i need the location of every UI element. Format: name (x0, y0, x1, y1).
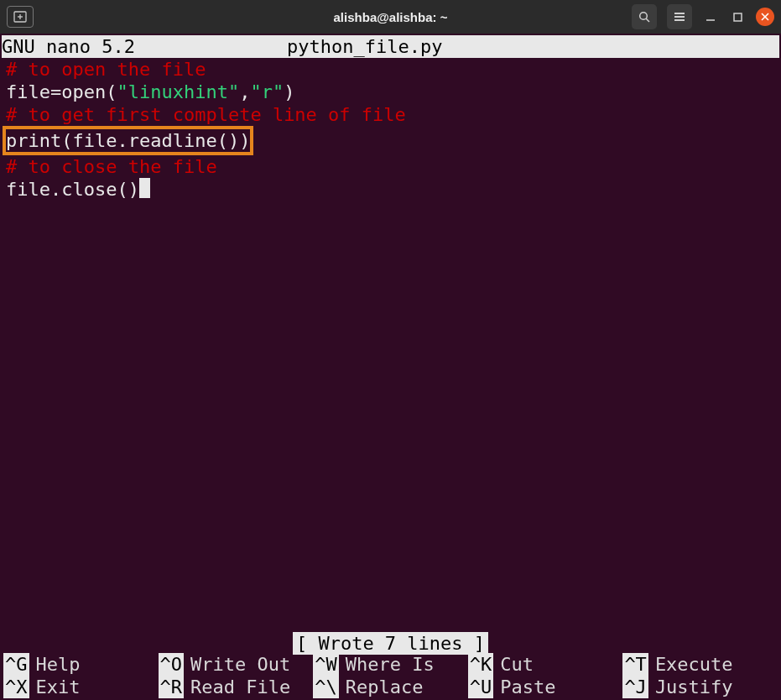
nano-header-bar: GNU nano 5.2 python_file.py (2, 35, 779, 58)
code-line-2: file=open("linuxhint","r") (6, 81, 775, 103)
shortcut-readfile[interactable]: ^RRead File (159, 676, 314, 698)
shortcut-whereis[interactable]: ^WWhere Is (313, 653, 468, 676)
svg-rect-6 (734, 13, 742, 21)
maximize-icon (733, 13, 742, 22)
highlight-frame: print(file.readline()) (3, 126, 253, 155)
highlighted-line: print(file.readline()) (6, 126, 775, 155)
shortcut-paste[interactable]: ^UPaste (468, 676, 623, 698)
shortcut-replace[interactable]: ^\Replace (313, 676, 468, 698)
shortcut-justify[interactable]: ^JJustify (622, 676, 778, 698)
hamburger-icon (674, 13, 685, 21)
shortcut-row-2: ^XExit ^RRead File ^\Replace ^UPaste ^JJ… (3, 676, 778, 698)
new-tab-button[interactable] (7, 6, 34, 28)
nano-editor-name: GNU nano 5.2 (2, 35, 287, 58)
shortcut-execute[interactable]: ^TExecute (622, 653, 778, 676)
code-line-1: # to open the file (6, 58, 775, 81)
text-cursor (139, 178, 150, 198)
menu-button[interactable] (667, 4, 692, 29)
search-icon (638, 11, 650, 23)
minimize-button[interactable] (702, 8, 719, 25)
shortcut-row-1: ^GHelp ^OWrite Out ^WWhere Is ^KCut ^TEx… (3, 653, 778, 676)
code-line-5: # to close the file (6, 155, 775, 178)
minimize-icon (706, 12, 716, 22)
shortcut-cut[interactable]: ^KCut (468, 653, 623, 676)
status-message: [ Wrote 7 lines ] (293, 632, 488, 655)
close-icon (761, 13, 769, 21)
code-line-6: file.close() (6, 178, 775, 201)
close-button[interactable] (756, 8, 774, 26)
search-button[interactable] (632, 4, 657, 29)
nano-status-line: [ Wrote 7 lines ] (0, 632, 781, 655)
svg-point-3 (640, 13, 648, 20)
window-title: alishba@alishba: ~ (198, 10, 583, 24)
window-title-bar: alishba@alishba: ~ (0, 0, 781, 34)
svg-line-4 (646, 18, 649, 22)
shortcut-writeout[interactable]: ^OWrite Out (159, 653, 314, 676)
editor-content[interactable]: # to open the file file=open("linuxhint"… (2, 58, 779, 201)
terminal-area[interactable]: GNU nano 5.2 python_file.py # to open th… (0, 34, 781, 700)
code-line-3: # to get first complete line of file (6, 103, 775, 126)
nano-file-name: python_file.py (287, 35, 779, 58)
new-tab-icon (13, 11, 27, 23)
nano-shortcuts: ^GHelp ^OWrite Out ^WWhere Is ^KCut ^TEx… (0, 653, 781, 700)
shortcut-exit[interactable]: ^XExit (3, 676, 159, 698)
maximize-button[interactable] (729, 8, 746, 25)
shortcut-help[interactable]: ^GHelp (3, 653, 159, 676)
